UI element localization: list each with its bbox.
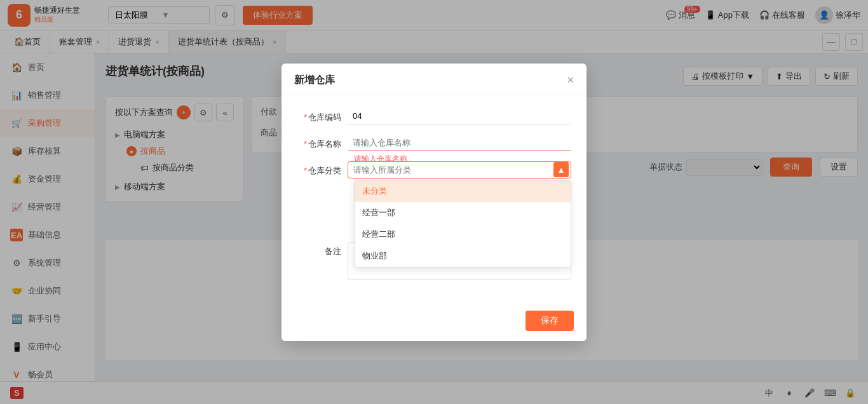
category-label: 仓库分类 xyxy=(297,161,348,177)
category-input[interactable] xyxy=(348,161,571,178)
dropdown-item-dept2[interactable]: 经营二部 xyxy=(355,224,571,245)
dropdown-item-dept1[interactable]: 经营一部 xyxy=(355,202,571,224)
modal-save-btn[interactable]: 保存 xyxy=(526,311,574,331)
name-label: 仓库名称 xyxy=(297,135,348,150)
dropdown-item-unclassified[interactable]: 未分类 xyxy=(355,180,571,202)
modal-overlay: 新增仓库 × 仓库编码 仓库名称 请输入仓库名称 仓库分类 ▲ xyxy=(0,0,868,404)
modal-footer: 保存 xyxy=(281,303,587,341)
category-toggle-btn[interactable]: ▲ xyxy=(553,162,569,177)
modal-close-btn[interactable]: × xyxy=(567,74,574,86)
code-label: 仓库编码 xyxy=(297,108,348,123)
form-row-code: 仓库编码 xyxy=(297,108,571,125)
modal-title: 新增仓库 xyxy=(294,74,335,87)
form-row-name: 仓库名称 请输入仓库名称 xyxy=(297,135,571,151)
modal-header: 新增仓库 × xyxy=(281,64,587,95)
warehouse-name-input[interactable] xyxy=(348,135,571,151)
modal-body: 仓库编码 仓库名称 请输入仓库名称 仓库分类 ▲ 未分类 经营一部 xyxy=(281,95,587,303)
dropdown-item-dept3[interactable]: 物业部 xyxy=(355,245,571,267)
note-label: 备注 xyxy=(297,242,348,257)
category-dropdown: 未分类 经营一部 经营二部 物业部 xyxy=(354,180,571,267)
form-row-category: 仓库分类 ▲ 未分类 经营一部 经营二部 物业部 xyxy=(297,161,571,178)
category-input-wrap: ▲ xyxy=(348,161,571,178)
warehouse-code-input[interactable] xyxy=(348,108,571,125)
new-warehouse-modal: 新增仓库 × 仓库编码 仓库名称 请输入仓库名称 仓库分类 ▲ xyxy=(281,64,587,341)
